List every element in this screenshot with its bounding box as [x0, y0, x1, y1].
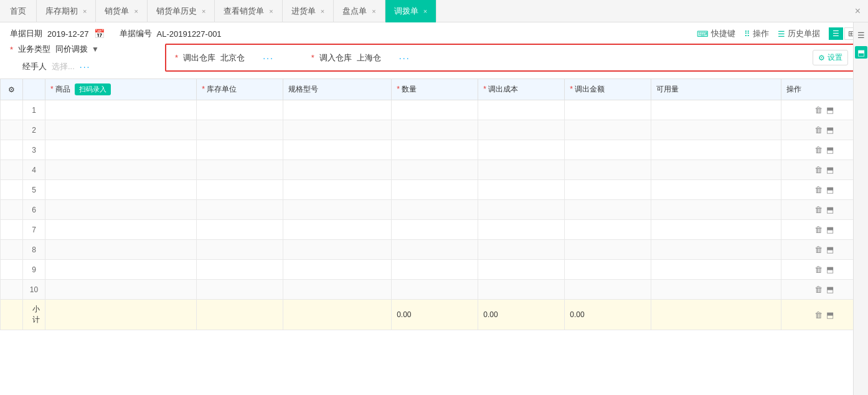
row-unit[interactable] [197, 240, 283, 260]
row-copy-icon[interactable]: ⬒ [826, 285, 834, 294]
row-copy-icon[interactable]: ⬒ [826, 165, 834, 174]
scan-button[interactable]: 扫码录入 [75, 83, 111, 95]
row-cost[interactable] [478, 280, 565, 300]
row-goods[interactable] [45, 140, 197, 160]
row-copy-icon[interactable]: ⬒ [826, 265, 834, 274]
row-cost[interactable] [478, 160, 565, 180]
in-warehouse-more[interactable]: ··· [399, 53, 410, 63]
row-spec[interactable] [283, 240, 392, 260]
tab-view-sales-close[interactable]: × [269, 7, 273, 15]
row-delete-icon[interactable]: 🗑 [814, 105, 823, 115]
row-unit[interactable] [197, 160, 283, 180]
row-unit[interactable] [197, 140, 283, 160]
row-amount[interactable] [565, 120, 651, 140]
row-copy-icon[interactable]: ⬒ [826, 245, 834, 254]
row-qty[interactable] [392, 280, 478, 300]
row-qty[interactable] [392, 120, 478, 140]
row-qty[interactable] [392, 240, 478, 260]
row-unit[interactable] [197, 120, 283, 140]
row-unit[interactable] [197, 220, 283, 240]
history-btn[interactable]: ☰ 历史单据 [778, 28, 820, 39]
row-qty[interactable] [392, 220, 478, 240]
tab-sales-history[interactable]: 销货单历史 × [148, 0, 215, 22]
out-warehouse-more[interactable]: ··· [263, 53, 274, 63]
row-delete-icon[interactable]: 🗑 [814, 125, 823, 135]
row-spec[interactable] [283, 100, 392, 120]
view-list-btn[interactable]: ☰ [829, 27, 843, 40]
row-amount[interactable] [565, 220, 651, 240]
row-unit[interactable] [197, 200, 283, 220]
operations-btn[interactable]: ⠿ 操作 [744, 28, 769, 39]
row-qty[interactable] [392, 100, 478, 120]
row-unit[interactable] [197, 100, 283, 120]
row-qty[interactable] [392, 160, 478, 180]
row-goods[interactable] [45, 220, 197, 240]
shortcuts-btn[interactable]: ⌨ 快捷键 [697, 28, 735, 39]
row-cost[interactable] [478, 100, 565, 120]
row-spec[interactable] [283, 120, 392, 140]
row-amount[interactable] [565, 260, 651, 280]
row-delete-icon[interactable]: 🗑 [814, 185, 823, 194]
row-goods[interactable] [45, 200, 197, 220]
tab-view-sales[interactable]: 查看销货单 × [215, 0, 282, 22]
row-goods[interactable] [45, 260, 197, 280]
row-amount[interactable] [565, 240, 651, 260]
row-cost[interactable] [478, 260, 565, 280]
tab-bar-close[interactable]: × [847, 6, 868, 17]
row-delete-icon[interactable]: 🗑 [814, 145, 823, 155]
tab-inventory-check[interactable]: 盘点单 × [334, 0, 385, 22]
row-cost[interactable] [478, 220, 565, 240]
row-cost[interactable] [478, 180, 565, 200]
calendar-icon[interactable]: 📅 [94, 29, 105, 39]
row-goods[interactable] [45, 100, 197, 120]
row-goods[interactable] [45, 280, 197, 300]
person-input[interactable]: 选择... [52, 61, 75, 72]
person-more-icon[interactable]: ··· [80, 62, 91, 72]
row-unit[interactable] [197, 280, 283, 300]
row-delete-icon[interactable]: 🗑 [814, 225, 823, 234]
settings-button[interactable]: ⚙ 设置 [813, 50, 848, 65]
row-cost[interactable] [478, 200, 565, 220]
row-unit[interactable] [197, 180, 283, 200]
row-goods[interactable] [45, 120, 197, 140]
row-copy-icon[interactable]: ⬒ [826, 125, 834, 135]
row-copy-icon[interactable]: ⬒ [826, 310, 834, 320]
tab-sales-history-close[interactable]: × [202, 7, 205, 15]
row-goods[interactable] [45, 180, 197, 200]
row-spec[interactable] [283, 280, 392, 300]
row-unit[interactable] [197, 260, 283, 280]
tab-transfer-order[interactable]: 调拨单 × [385, 0, 436, 22]
row-amount[interactable] [565, 100, 651, 120]
row-amount[interactable] [565, 200, 651, 220]
row-goods[interactable] [45, 160, 197, 180]
tab-inventory-init-close[interactable]: × [83, 7, 87, 15]
row-amount[interactable] [565, 180, 651, 200]
row-delete-icon[interactable]: 🗑 [814, 265, 823, 274]
tab-home[interactable]: 首页 [0, 0, 37, 22]
row-delete-icon[interactable]: 🗑 [814, 285, 823, 294]
row-qty[interactable] [392, 140, 478, 160]
sidebar-list-icon[interactable]: ☰ [855, 29, 867, 41]
row-copy-icon[interactable]: ⬒ [826, 145, 834, 155]
row-cost[interactable] [478, 240, 565, 260]
row-qty[interactable] [392, 260, 478, 280]
row-spec[interactable] [283, 160, 392, 180]
row-amount[interactable] [565, 280, 651, 300]
row-cost[interactable] [478, 140, 565, 160]
tab-inventory-init[interactable]: 库存期初 × [37, 0, 96, 22]
row-copy-icon[interactable]: ⬒ [826, 225, 834, 234]
row-spec[interactable] [283, 140, 392, 160]
tab-purchase-order[interactable]: 进货单 × [283, 0, 334, 22]
row-delete-icon[interactable]: 🗑 [814, 205, 823, 214]
row-copy-icon[interactable]: ⬒ [826, 205, 834, 214]
tab-sales-order[interactable]: 销货单 × [96, 0, 147, 22]
row-cost[interactable] [478, 120, 565, 140]
business-type-select[interactable]: 同价调拨 ▼ [55, 44, 155, 55]
row-spec[interactable] [283, 220, 392, 240]
row-delete-icon[interactable]: 🗑 [814, 245, 823, 254]
row-qty[interactable] [392, 200, 478, 220]
row-delete-icon[interactable]: 🗑 [814, 310, 823, 320]
tab-transfer-order-close[interactable]: × [423, 7, 427, 15]
row-copy-icon[interactable]: ⬒ [826, 185, 834, 194]
row-amount[interactable] [565, 140, 651, 160]
